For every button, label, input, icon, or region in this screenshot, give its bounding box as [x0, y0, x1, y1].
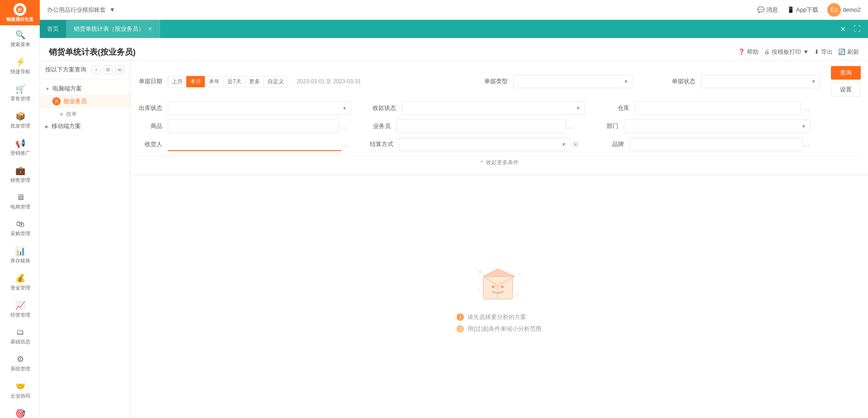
date-label: 单据日期 [137, 77, 162, 86]
enterprise-icon: 🤝 [15, 381, 25, 391]
refresh-label: 刷新 [847, 48, 859, 56]
mobile-scheme-group[interactable]: ▶ 移动端方案 [40, 120, 130, 132]
date-btn-last-month[interactable]: 上月 [168, 76, 186, 87]
search-icon: 🔍 [15, 30, 25, 40]
salesperson-scheme-label: 按业务员 [63, 97, 87, 105]
sidebar-item-basic[interactable]: 🗂基础信息 [0, 323, 40, 350]
pc-scheme-group[interactable]: ▼ 电脑端方案 [40, 83, 130, 95]
sidebar-item-system[interactable]: ⚙系统管理 [0, 350, 40, 377]
export-icon: ⬇ [814, 48, 819, 55]
date-btn-this-month[interactable]: 本月 [186, 76, 205, 87]
sidebar-item-shortcut[interactable]: ⚡快捷导航 [0, 52, 40, 80]
export-button[interactable]: ⬇ 导出 [814, 48, 833, 56]
print-button[interactable]: 🖨 按模板打印 ▼ [764, 48, 809, 56]
empty-illustration [472, 261, 526, 306]
app-download-button[interactable]: 📱 App下载 [787, 6, 818, 14]
ecommerce-icon: 🖥 [16, 193, 24, 202]
goods-dots[interactable]: … [339, 122, 346, 130]
settlement-select[interactable]: ▼ [399, 138, 571, 151]
department-select[interactable]: ▼ [624, 119, 810, 133]
doc-type-select[interactable]: ▼ [513, 75, 632, 88]
settings-scheme-button[interactable]: ⚙ [104, 65, 113, 74]
date-btn-this-year[interactable]: 本年 [205, 76, 223, 87]
query-button[interactable]: 查询 [831, 66, 861, 80]
mobile-scheme-arrow: ▶ [45, 124, 49, 129]
settlement-label: 结算方式 [368, 140, 393, 148]
sidebar-item-label-finance: 资金管理 [10, 285, 30, 291]
app-logo[interactable]: 好 畅捷通好生意 [0, 0, 40, 25]
sidebar-item-ecommerce[interactable]: 🖥电商管理 [0, 188, 40, 215]
brand-select[interactable] [629, 138, 803, 151]
pc-scheme-arrow: ▼ [45, 86, 50, 91]
scheme-by-order[interactable]: ≡ 按单 [40, 108, 130, 120]
refresh-button[interactable]: 🔄 刷新 [838, 48, 859, 56]
basic-icon: 🗂 [16, 328, 24, 337]
salesperson-dots[interactable]: … [566, 122, 574, 130]
date-btn-custom[interactable]: 自定义 [264, 76, 288, 87]
collapse-panel-button[interactable]: ≪ [115, 65, 124, 74]
left-panel-icons: + ⚙ ≪ [92, 65, 124, 74]
sidebar-item-retail[interactable]: 🛒零售管理 [0, 80, 40, 107]
date-btn-last-7-days[interactable]: 近7天 [223, 76, 245, 87]
message-button[interactable]: 💬 消息 [757, 6, 778, 14]
out-status-caret: ▼ [342, 105, 347, 111]
user-menu[interactable]: Ea demo2 [827, 3, 861, 17]
goods-select[interactable] [168, 119, 339, 133]
tab-expand-button[interactable]: ⛶ [852, 24, 863, 34]
help-icon: ❓ [738, 48, 745, 55]
sidebar-item-sales[interactable]: 💼销售管理 [0, 161, 40, 188]
consignee-dots[interactable]: … [341, 140, 349, 148]
tab-sales-stat[interactable]: 销货单统计表（按业务员） ✕ [66, 20, 160, 38]
department-caret: ▼ [801, 124, 806, 129]
warehouse-select[interactable] [635, 101, 801, 115]
sidebar-item-purchase[interactable]: 🛍采购管理 [0, 215, 40, 242]
sidebar-item-search[interactable]: 🔍搜索菜单 [0, 25, 40, 52]
receipt-status-select[interactable]: ▼ [401, 101, 585, 115]
newbie-icon: 🎯 [15, 408, 25, 418]
out-status-label: 出库状态 [137, 104, 162, 112]
sidebar-item-operations[interactable]: 📈经营管理 [0, 296, 40, 323]
order-scheme-label: 按单 [66, 110, 77, 118]
logo-icon: 好 [14, 3, 26, 16]
print-dropdown-icon[interactable]: ▼ [803, 48, 809, 55]
sidebar-item-marketing[interactable]: 📢营销推广 [0, 134, 40, 161]
shortcut-icon: ⚡ [15, 57, 25, 67]
sidebar-item-label-search: 搜索菜单 [10, 41, 30, 48]
help-button[interactable]: ❓ 帮助 [738, 48, 759, 56]
warehouse-dots[interactable]: … [803, 104, 810, 112]
scheme-by-salesperson[interactable]: 员 按业务员 [40, 95, 130, 108]
left-panel-header: 按以下方案查询 + ⚙ ≪ [40, 61, 130, 79]
sidebar-item-inventory[interactable]: 📊库存核算 [0, 242, 40, 269]
left-panel-title: 按以下方案查询 [45, 66, 86, 74]
retail-icon: 🛒 [15, 84, 25, 94]
sidebar-item-finance[interactable]: 💰资金管理 [0, 269, 40, 296]
tab-home[interactable]: 首页 [40, 20, 66, 38]
doc-status-select[interactable]: ▼ [701, 75, 820, 88]
topbar-dropdown-icon[interactable]: ▼ [109, 6, 115, 13]
settings-button[interactable]: 设置 [831, 82, 861, 97]
salesperson-label: 业务员 [366, 122, 391, 130]
date-buttons: 上月 本月 本年 近7天 更多 自定义 [168, 76, 288, 87]
sidebar-item-enterprise[interactable]: 🤝企业协同 [0, 377, 40, 404]
sidebar-item-label-purchase: 采购管理 [10, 230, 30, 237]
settlement-clear[interactable]: ✕ [572, 141, 579, 148]
empty-hints: 1 请先选择要分析的方案 2 用[过滤]条件来缩小分析范围 [457, 313, 541, 333]
tab-close-icon[interactable]: ✕ [148, 26, 152, 32]
hint-num-2: 2 [457, 325, 464, 332]
collapse-button[interactable]: ⌃ 收起更多条件 [137, 156, 861, 169]
sidebar-item-newbie[interactable]: 🎯新手引导 [0, 404, 40, 418]
left-panel: 按以下方案查询 + ⚙ ≪ ▼ 电脑端方案 员 按业务员 [40, 61, 130, 418]
salesperson-select[interactable] [396, 119, 567, 133]
svg-point-11 [515, 292, 519, 297]
consignee-input[interactable] [170, 141, 340, 147]
tab-sales-stat-label: 销货单统计表（按业务员） [74, 25, 144, 33]
out-status-select[interactable]: ▼ [168, 101, 351, 115]
tab-close-all-button[interactable]: ✕ [837, 24, 848, 34]
date-btn-more[interactable]: 更多 [245, 76, 264, 87]
print-icon: 🖨 [764, 48, 770, 55]
add-scheme-button[interactable]: + [92, 65, 101, 74]
filter-row-2: 出库状态 ▼ 收款状态 ▼ 仓库 [137, 101, 861, 115]
sidebar-item-wholesale[interactable]: 📦批发管理 [0, 107, 40, 134]
brand-dots[interactable]: … [803, 140, 810, 148]
scheme-section: ▼ 电脑端方案 员 按业务员 ≡ 按单 ▶ 移动端方案 [40, 79, 130, 136]
